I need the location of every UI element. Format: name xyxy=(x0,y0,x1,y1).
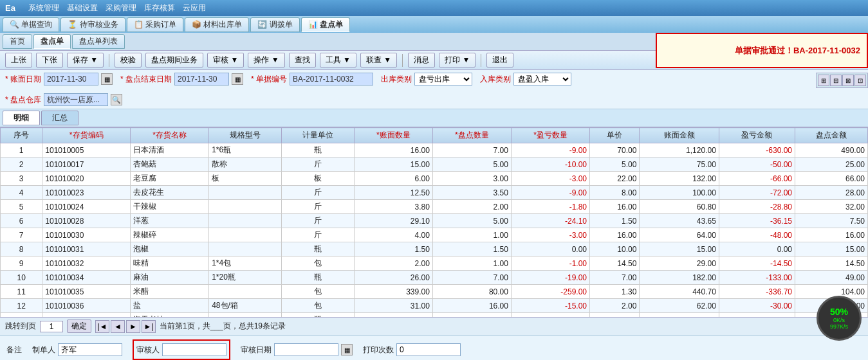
page-last[interactable]: ►| xyxy=(142,320,156,333)
btn-print[interactable]: 打印 ▼ xyxy=(439,53,476,68)
btn-save[interactable]: 保存 ▼ xyxy=(67,53,104,68)
bottom-form: 备注 制单人 审核人 审核日期 ▦ 打印次数 xyxy=(0,335,868,360)
quick-tabs: 🔍 单据查询 ⏳ 待审核业务 📋 采购订单 📦 材料出库单 🔄 调拨单 📊 盘点… xyxy=(0,16,868,33)
cal-zhangmian[interactable]: ▦ xyxy=(101,73,113,85)
th-zmje: 账面金额 xyxy=(640,128,719,143)
nav-settings[interactable]: 基础设置 xyxy=(67,3,98,14)
pagination-confirm[interactable]: 确定 xyxy=(67,320,91,333)
icon-btn-2[interactable]: ⊟ xyxy=(830,75,842,86)
pagination-page-input[interactable] xyxy=(40,321,63,332)
label-zhangmian: * 账面日期 xyxy=(5,74,41,85)
table-row[interactable]: 8101010031泡椒瓶1.501.500.0010.0015.000.001… xyxy=(1,242,868,256)
nav-purchase[interactable]: 采购管理 xyxy=(106,3,136,14)
sub-tab-detail[interactable]: 明细 xyxy=(3,111,40,125)
th-yksl: *盈亏数量 xyxy=(511,128,589,143)
data-table-container: 序号 *存货编码 *存货名称 规格型号 计量单位 *账面数量 *盘点数量 *盈亏… xyxy=(0,127,868,317)
btn-exit[interactable]: 退出 xyxy=(486,53,513,68)
page-tab-inventory-list[interactable]: 盘点单列表 xyxy=(72,34,125,49)
table-row[interactable]: 7101010030辣椒碎斤4.001.00-3.0016.0064.00-48… xyxy=(1,228,868,242)
cal-shenheriqi[interactable]: ▦ xyxy=(341,344,353,356)
table-row[interactable]: 11101010035米醋包339.0080.00-259.001.30440.… xyxy=(1,285,868,299)
btn-tools[interactable]: 工具 ▼ xyxy=(320,53,356,68)
icon-btn-4[interactable]: ⊡ xyxy=(854,75,866,86)
th-spec: 规格型号 xyxy=(209,128,282,143)
table-row[interactable]: 1101010005日本清酒1*6瓶瓶16.007.00-9.0070.001,… xyxy=(1,143,868,158)
btn-find[interactable]: 查找 xyxy=(289,53,316,68)
field-chuku-leibie: 出库类别 盘亏出库 xyxy=(381,73,472,86)
table-row[interactable]: 2101010017杏鲍菇散称斤15.005.00-10.005.0075.00… xyxy=(1,158,868,172)
quick-tab-pending[interactable]: ⏳ 待审核业务 xyxy=(60,17,125,32)
input-pandian-jieshu[interactable] xyxy=(174,73,229,86)
table-row[interactable]: 3101010020老豆腐板板6.003.00-3.0022.00132.00-… xyxy=(1,172,868,186)
page-prev[interactable]: ◄ xyxy=(111,320,125,333)
input-shenhe[interactable] xyxy=(162,343,226,356)
table-row[interactable]: 12101010036盐48包/箱包31.0016.00-15.002.0062… xyxy=(1,299,868,313)
field-shenheriqi: 审核日期 ▦ xyxy=(241,343,353,356)
label-dayincishu: 打印次数 xyxy=(363,345,394,356)
input-danju-bianhao[interactable] xyxy=(290,73,373,86)
nav-inventory[interactable]: 库存核算 xyxy=(144,3,175,14)
field-danju-bianhao: * 单据编号 xyxy=(251,73,373,86)
quick-tab-order[interactable]: 📋 采购订单 xyxy=(127,17,183,32)
table-row[interactable]: 9101010032味精1*4包包2.001.00-1.0014.5029.00… xyxy=(1,256,868,271)
sep2 xyxy=(402,54,403,67)
btn-audit[interactable]: 审核 ▼ xyxy=(207,53,244,68)
label-pandian-cangku: * 盘点仓库 xyxy=(5,94,41,105)
table-row[interactable]: 13101010038海天老抽瓶1.001.000.0039.0039.000.… xyxy=(1,313,868,318)
btn-message[interactable]: 消息 xyxy=(408,53,435,68)
icon-btn-3[interactable]: ⊠ xyxy=(842,75,854,86)
speed-val1: 0K/s xyxy=(833,317,845,323)
quick-tab-material[interactable]: 📦 材料出库单 xyxy=(185,17,249,32)
page-info: 当前第1页，共___页，总共19条记录 xyxy=(160,321,286,332)
btn-period[interactable]: 盘点期间业务 xyxy=(145,53,203,68)
select-chuku[interactable]: 盘亏出库 xyxy=(414,73,472,86)
nav-system[interactable]: 系统管理 xyxy=(28,3,59,14)
cal-pandian-jieshu[interactable]: ▦ xyxy=(232,73,243,85)
table-row[interactable]: 10101010034麻油1*20瓶瓶26.007.00-19.007.0018… xyxy=(1,271,868,285)
icon-btn-1[interactable]: ⊞ xyxy=(818,75,829,86)
input-pandian-cangku[interactable] xyxy=(44,93,108,106)
field-ruku-leibie: 入库类别 盘盈入库 xyxy=(480,73,571,86)
quick-tab-inventory[interactable]: 📊 盘点单 xyxy=(301,17,350,32)
label-shenhe: 审核人 xyxy=(136,345,160,356)
input-zhangmian-riqi[interactable] xyxy=(44,73,98,86)
field-dayincishu: 打印次数 xyxy=(363,343,461,356)
page-next[interactable]: ► xyxy=(126,320,140,333)
btn-prev[interactable]: 上张 xyxy=(5,53,32,68)
page-tab-inventory[interactable]: 盘点单 xyxy=(33,34,71,49)
input-shenheriqi[interactable] xyxy=(274,343,338,356)
speed-val2: 997K/s xyxy=(830,323,848,330)
label-chuku: 出库类别 xyxy=(381,74,412,85)
btn-operate[interactable]: 操作 ▼ xyxy=(248,53,284,68)
btn-verify[interactable]: 校验 xyxy=(115,53,142,68)
input-zhidanren[interactable] xyxy=(58,343,122,356)
notification-text: 单据审批通过！BA-2017-11-0032 xyxy=(735,45,860,57)
sub-tabs: 明细 汇总 xyxy=(0,109,868,127)
quick-tab-query[interactable]: 🔍 单据查询 xyxy=(3,17,59,32)
btn-next[interactable]: 下张 xyxy=(36,53,63,68)
input-dayincishu[interactable] xyxy=(396,343,461,356)
toolbar: 上张 下张 保存 ▼ 校验 盘点期间业务 审核 ▼ 操作 ▼ 查找 工具 ▼ 联… xyxy=(0,51,868,70)
highlight-shenhe: 审核人 xyxy=(133,339,230,360)
table-row[interactable]: 4101010023去皮花生斤12.503.50-9.008.00100.00-… xyxy=(1,186,868,200)
quick-tab-transfer[interactable]: 🔄 调拨单 xyxy=(250,17,299,32)
speed-meter: 50% 0K/s 997K/s xyxy=(817,296,862,341)
page-tab-home[interactable]: 首页 xyxy=(3,34,32,49)
sub-tab-summary[interactable]: 汇总 xyxy=(41,111,78,125)
field-zhidanren: 制单人 xyxy=(32,343,122,356)
search-cangku-btn[interactable]: 🔍 xyxy=(111,94,122,105)
page-nav: |◄ ◄ ► ►| xyxy=(95,320,156,333)
label-pandian-jieshu: * 盘点结束日期 xyxy=(120,74,172,85)
th-pdsl: *盘点数量 xyxy=(432,128,511,143)
field-zhangmian-riqi: * 账面日期 ▦ xyxy=(5,73,113,86)
field-beizhu: 备注 xyxy=(6,345,22,356)
th-ykje: 盈亏金额 xyxy=(719,128,795,143)
speed-percent: 50% xyxy=(830,307,848,317)
btn-linked[interactable]: 联查 ▼ xyxy=(360,53,397,68)
select-ruku[interactable]: 盘盈入库 xyxy=(513,73,571,86)
table-row[interactable]: 6101010028洋葱斤29.105.00-24.101.5043.65-36… xyxy=(1,214,868,228)
th-unit: 计量单位 xyxy=(281,128,354,143)
table-row[interactable]: 5101010024干辣椒斤3.802.00-1.8016.0060.80-28… xyxy=(1,200,868,214)
page-first[interactable]: |◄ xyxy=(95,320,109,333)
nav-cloud[interactable]: 云应用 xyxy=(183,3,206,14)
